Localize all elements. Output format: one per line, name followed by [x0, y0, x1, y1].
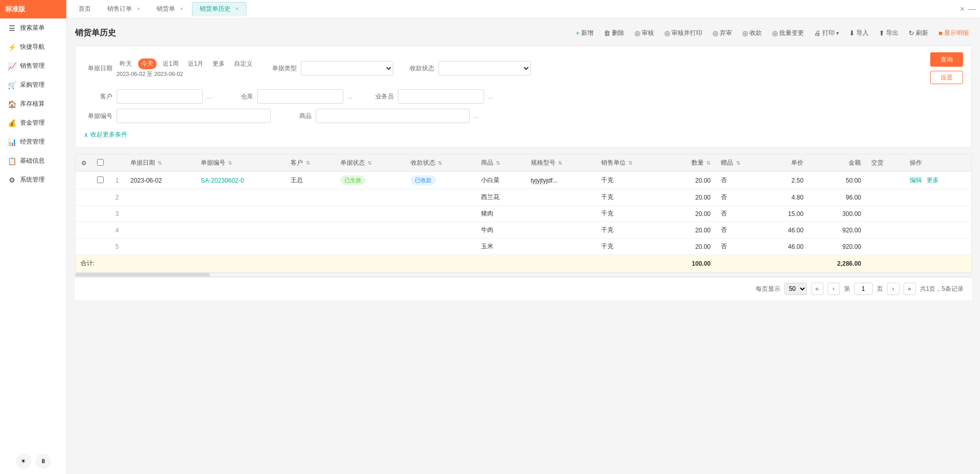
- date-tag-yesterday[interactable]: 昨天: [117, 58, 135, 69]
- salesperson-input[interactable]: [398, 89, 484, 104]
- col-customer-header[interactable]: 客户 ⇅: [285, 154, 335, 172]
- window-minimize-btn[interactable]: —: [968, 5, 976, 14]
- goods-input[interactable]: [316, 109, 470, 123]
- salesperson-label: 业务员: [365, 92, 394, 101]
- tab-sales-delivery[interactable]: 销货单 ×: [149, 2, 191, 16]
- sidebar-item-operation-mgmt[interactable]: 📊 经营管理: [0, 132, 66, 151]
- doc-no-input[interactable]: [117, 109, 271, 123]
- collapse-button[interactable]: ∧ 收起更多条件: [84, 128, 963, 141]
- col-date-header[interactable]: 单据日期 ⇅: [125, 154, 196, 172]
- doc-type-select[interactable]: [301, 61, 393, 75]
- sidebar-item-search-menu[interactable]: ☰ 搜索菜单: [0, 18, 66, 37]
- col-spec-header[interactable]: 规格型号 ⇅: [526, 154, 596, 172]
- tab-sales-order-close[interactable]: ×: [137, 6, 140, 12]
- row2-docstatus: [335, 189, 406, 206]
- prev-page-btn[interactable]: ‹: [828, 283, 840, 295]
- audit-print-button[interactable]: ◎ 审核并打印: [661, 27, 705, 40]
- date-tag-custom[interactable]: 自定义: [231, 58, 256, 69]
- sidebar: 标准版 ☰ 搜索菜单 ⚡ 快捷导航 📈 销售管理 🛒 采购管理 🏠 库存核算 💰…: [0, 0, 67, 474]
- col-settings-header[interactable]: ⚙: [75, 154, 92, 172]
- row1-price: 2.50: [765, 172, 809, 189]
- table-scrollbar[interactable]: [75, 272, 971, 276]
- row4-amount: 920.00: [809, 222, 866, 239]
- sidebar-bottom-btn1[interactable]: ☀: [16, 453, 31, 469]
- audit-label: 审核: [642, 29, 654, 37]
- warehouse-dots[interactable]: ...: [348, 93, 353, 100]
- col-paystatus-header[interactable]: 收款状态 ⇅: [406, 154, 476, 172]
- refresh-button[interactable]: ↻ 刷新: [906, 27, 931, 40]
- sidebar-item-label: 系统管理: [20, 175, 45, 184]
- row1-checkbox[interactable]: [97, 176, 104, 183]
- col-goods-header[interactable]: 商品 ⇅: [476, 154, 526, 172]
- delete-button[interactable]: 🗑 删除: [601, 27, 627, 40]
- customer-dots[interactable]: ...: [207, 93, 212, 100]
- sidebar-item-quick-nav[interactable]: ⚡ 快捷导航: [0, 37, 66, 56]
- window-close-btn[interactable]: ×: [960, 5, 965, 14]
- tab-sales-order[interactable]: 销售订单 ×: [100, 2, 148, 16]
- page-number-input[interactable]: [854, 283, 873, 295]
- batch-change-button[interactable]: ◎ 批量变更: [769, 27, 807, 40]
- collapse-up-icon: ∧: [84, 131, 88, 139]
- add-button[interactable]: + 新增: [573, 27, 597, 40]
- warehouse-input[interactable]: [257, 89, 343, 104]
- sidebar-item-basic-info[interactable]: 📋 基础信息: [0, 151, 66, 170]
- col-check-header: [92, 154, 109, 172]
- col-unit-header[interactable]: 销售单位 ⇅: [596, 154, 666, 172]
- audit-button[interactable]: ◎ 审核: [631, 27, 657, 40]
- sidebar-item-purchase-mgmt[interactable]: 🛒 采购管理: [0, 75, 66, 94]
- filter-date-item: 单据日期 昨天 今天 近1周 近1月 更多 自定义 2023-06-02 至 2…: [84, 58, 256, 78]
- row4-price: 46.00: [765, 222, 809, 239]
- collect-status-select[interactable]: [438, 61, 531, 75]
- date-tag-more[interactable]: 更多: [209, 58, 228, 69]
- row2-paystatus: [406, 189, 476, 206]
- goods-dots[interactable]: ...: [474, 112, 479, 120]
- tab-sales-delivery-close[interactable]: ×: [180, 6, 183, 12]
- abandon-button[interactable]: ◎ 弃审: [709, 27, 735, 40]
- tab-sales-history-close[interactable]: ×: [236, 6, 239, 12]
- col-docstatus-header[interactable]: 单据状态 ⇅: [335, 154, 406, 172]
- per-page-select[interactable]: 50: [784, 283, 807, 295]
- col-docno-header[interactable]: 单据编号 ⇅: [196, 154, 285, 172]
- col-qty-header[interactable]: 数量 ⇅: [666, 154, 716, 172]
- row2-action: [905, 189, 971, 206]
- show-details-button[interactable]: ■ 显示明细: [935, 27, 972, 40]
- salesperson-dots[interactable]: ...: [488, 93, 493, 100]
- select-all-checkbox[interactable]: [97, 159, 104, 166]
- col-action-header: 操作: [905, 154, 971, 172]
- row1-edit-btn[interactable]: 编辑: [910, 176, 922, 184]
- export-button[interactable]: ⬆ 导出: [876, 27, 901, 40]
- row1-more-btn[interactable]: 更多: [927, 176, 939, 184]
- sidebar-bottom: ☀ ⏸: [0, 448, 66, 474]
- first-page-btn[interactable]: «: [811, 283, 823, 295]
- query-button[interactable]: 查询: [930, 52, 963, 67]
- tab-sales-history[interactable]: 销货单历史 ×: [192, 2, 246, 16]
- first-page-icon: «: [815, 285, 819, 292]
- pagination: 每页显示 50 « ‹ 第 页 › » 共1页，5条记录: [75, 277, 972, 300]
- row4-num: 4: [109, 222, 125, 239]
- collect-button[interactable]: ◎ 收款: [739, 27, 765, 40]
- sidebar-item-finance-mgmt[interactable]: 💰 资金管理: [0, 113, 66, 132]
- row3-docstatus: [335, 206, 406, 222]
- last-page-btn[interactable]: »: [904, 283, 916, 295]
- tab-home[interactable]: 首页: [71, 2, 99, 16]
- row4-spec: [526, 222, 596, 239]
- customer-input[interactable]: [117, 89, 203, 104]
- date-tag-week[interactable]: 近1周: [160, 58, 182, 69]
- sidebar-item-sales-mgmt[interactable]: 📈 销售管理: [0, 56, 66, 75]
- next-page-btn[interactable]: ›: [887, 283, 899, 295]
- row1-amount: 50.00: [809, 172, 866, 189]
- date-tag-today[interactable]: 今天: [138, 58, 157, 69]
- page-header: 销货单历史 + 新增 🗑 删除 ◎ 审核 ◎ 审核并打印: [75, 27, 972, 40]
- date-tag-month[interactable]: 近1月: [185, 58, 207, 69]
- setting-button[interactable]: 设置: [930, 71, 963, 84]
- sidebar-item-inventory[interactable]: 🏠 库存核算: [0, 94, 66, 113]
- col-gift-header[interactable]: 赠品 ⇅: [716, 154, 765, 172]
- sidebar-item-system-mgmt[interactable]: ⚙ 系统管理: [0, 170, 66, 189]
- row2-customer: [285, 189, 335, 206]
- import-button[interactable]: ⬇ 导入: [846, 27, 872, 40]
- print-button[interactable]: 🖨 打印 ▾: [811, 27, 842, 40]
- row4-trade: [866, 222, 904, 239]
- row1-docno[interactable]: SA-20230602-0: [196, 172, 285, 189]
- row3-gift: 否: [716, 206, 765, 222]
- sidebar-bottom-btn2[interactable]: ⏸: [35, 453, 51, 469]
